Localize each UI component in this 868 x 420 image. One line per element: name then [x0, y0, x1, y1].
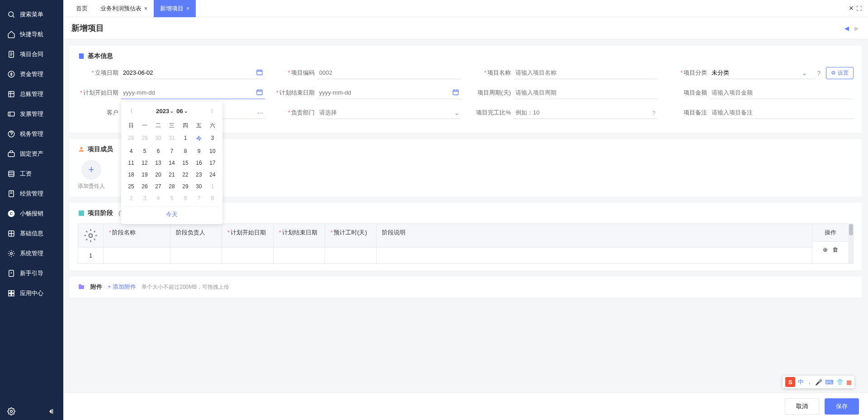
add-row-icon[interactable]: ⊕	[823, 246, 828, 253]
calendar-day[interactable]: 16	[193, 158, 205, 168]
calendar-day[interactable]: 28	[165, 181, 178, 192]
sidebar-item-ledger[interactable]: 总账管理	[0, 84, 63, 104]
calendar-day[interactable]: 5	[165, 193, 178, 204]
month-select[interactable]: 06⌄	[176, 108, 187, 115]
collapse-icon[interactable]	[48, 407, 56, 415]
remark-input[interactable]	[710, 106, 854, 119]
ime-grid-icon[interactable]: ▦	[846, 379, 852, 386]
calendar-day[interactable]: 2	[125, 193, 137, 204]
tab-close-all-icon[interactable]: ×	[849, 4, 854, 13]
sidebar-item-money[interactable]: 资金管理	[0, 64, 63, 84]
calendar-day[interactable]: 21	[165, 169, 178, 180]
calendar-day[interactable]: 10	[206, 146, 219, 157]
next-month-icon[interactable]: 〉	[211, 107, 216, 115]
year-select[interactable]: 2023⌄	[156, 108, 174, 115]
calendar-day[interactable]: 15	[179, 158, 192, 168]
calendar-day[interactable]: 6	[152, 146, 165, 157]
sidebar-item-ticket[interactable]: 发票管理	[0, 104, 63, 124]
sidebar-item-asset[interactable]: 固定资产	[0, 144, 63, 164]
delete-row-icon[interactable]: 🗑	[832, 246, 838, 253]
calendar-day[interactable]: 4	[152, 193, 165, 204]
close-icon[interactable]: ×	[144, 5, 147, 12]
table-row[interactable]: 1	[78, 248, 812, 263]
cancel-button[interactable]: 取消	[785, 398, 819, 415]
tab[interactable]: 首页	[70, 0, 94, 17]
next-icon[interactable]: ▶	[854, 24, 860, 33]
sidebar-item-sys[interactable]: 系统管理	[0, 243, 63, 263]
today-button[interactable]: 今天	[166, 211, 178, 218]
calendar-day[interactable]: 29	[138, 133, 151, 145]
tab[interactable]: 业务利润预估表×	[94, 0, 154, 17]
close-icon[interactable]: ×	[186, 5, 189, 12]
calendar-day[interactable]: 11	[125, 158, 137, 168]
period-input[interactable]	[514, 86, 657, 99]
sidebar-item-home[interactable]: 快捷导航	[0, 24, 63, 44]
project-code-input[interactable]	[317, 67, 461, 79]
calendar-day[interactable]: 23	[193, 169, 205, 180]
calendar-icon[interactable]	[452, 89, 459, 97]
sidebar-item-apps[interactable]: 应用中心	[0, 283, 63, 303]
ime-mic-icon[interactable]: 🎤	[815, 379, 822, 386]
calendar-day[interactable]: 8	[206, 193, 219, 204]
calendar-day[interactable]: 6	[179, 193, 192, 204]
amount-input[interactable]	[710, 86, 854, 99]
config-button[interactable]: ⚙设置	[826, 67, 854, 79]
ime-punct-icon[interactable]: ，	[807, 378, 812, 386]
fullscreen-icon[interactable]: ⛶	[856, 5, 862, 12]
calendar-day[interactable]: 22	[179, 169, 192, 180]
calendar-day[interactable]: 29	[179, 181, 192, 192]
prev-icon[interactable]: ◀	[844, 24, 850, 33]
calendar-day[interactable]: 18	[125, 169, 137, 180]
ime-keyboard-icon[interactable]: ⌨	[825, 379, 834, 386]
calendar-day[interactable]: 4	[125, 146, 137, 157]
calendar-day[interactable]: 30	[152, 133, 165, 145]
calendar-icon[interactable]	[256, 89, 263, 97]
calendar-day[interactable]: 25	[125, 181, 137, 192]
sidebar-item-search[interactable]: 搜索菜单	[0, 5, 63, 24]
calendar-day[interactable]: 28	[125, 133, 137, 145]
calendar-day[interactable]: 8	[179, 146, 192, 157]
plan-end-input[interactable]	[317, 86, 461, 99]
calendar-day[interactable]: 3	[138, 193, 151, 204]
plan-start-input[interactable]	[121, 86, 265, 99]
sidebar-item-reim[interactable]: C小畅报销	[0, 204, 63, 224]
calendar-day[interactable]: 27	[152, 181, 165, 192]
calendar-day[interactable]: 26	[138, 181, 151, 192]
calendar-day[interactable]: 1	[179, 133, 192, 145]
calendar-day[interactable]: 7	[165, 146, 178, 157]
add-attachment-button[interactable]: + 添加附件	[108, 283, 136, 291]
calendar-day[interactable]: 31	[165, 133, 178, 145]
help-icon[interactable]: ?	[652, 110, 656, 116]
sidebar-item-tax[interactable]: 税务管理	[0, 124, 63, 144]
sidebar-item-doc[interactable]: 项目合同	[0, 44, 63, 64]
sidebar-item-salary[interactable]: 工资	[0, 164, 63, 184]
calendar-day[interactable]: 13	[152, 158, 165, 168]
project-name-input[interactable]	[514, 67, 657, 79]
prev-month-icon[interactable]: 〈	[127, 107, 133, 115]
calendar-day[interactable]: 19	[138, 169, 151, 180]
calendar-day[interactable]: 5	[138, 146, 151, 157]
add-member-button[interactable]: + 添加责任人	[78, 160, 105, 190]
project-class-select[interactable]	[710, 67, 816, 79]
settings-icon[interactable]	[7, 407, 15, 415]
ime-mode[interactable]: 中	[798, 378, 804, 386]
calendar-day[interactable]: 24	[206, 169, 219, 180]
calendar-day[interactable]: 1	[206, 181, 219, 192]
calendar-day[interactable]: 12	[138, 158, 151, 168]
calendar-day[interactable]: 20	[152, 169, 165, 180]
scrollbar[interactable]	[849, 224, 853, 263]
sidebar-item-biz[interactable]: 经营管理	[0, 184, 63, 204]
chevron-down-icon[interactable]: ⌄	[454, 110, 459, 116]
save-button[interactable]: 保存	[825, 398, 859, 415]
calendar-day[interactable]: 3	[206, 133, 219, 145]
sidebar-item-base[interactable]: 基础信息	[0, 224, 63, 243]
help-icon[interactable]: ?	[817, 70, 821, 76]
calendar-day[interactable]: 9	[193, 146, 205, 157]
calendar-day[interactable]: 7	[193, 193, 205, 204]
calendar-day[interactable]: 今	[193, 133, 205, 145]
calendar-icon[interactable]	[256, 69, 263, 77]
more-icon[interactable]: ⋯	[257, 110, 263, 116]
sidebar-item-guide[interactable]: 新手引导	[0, 263, 63, 283]
calendar-day[interactable]: 30	[193, 181, 205, 192]
approval-date-input[interactable]	[121, 67, 265, 79]
